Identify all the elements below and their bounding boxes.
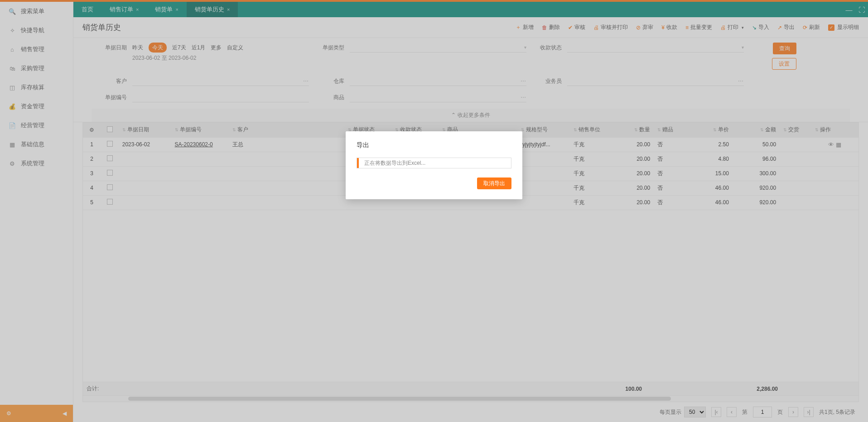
export-progress: 正在将数据导出到Excel... <box>357 158 511 168</box>
export-modal: 导出 正在将数据导出到Excel... 取消导出 <box>346 131 522 199</box>
modal-title: 导出 <box>357 141 511 149</box>
modal-overlay: 导出 正在将数据导出到Excel... 取消导出 <box>0 0 868 422</box>
cancel-export-button[interactable]: 取消导出 <box>477 177 511 189</box>
